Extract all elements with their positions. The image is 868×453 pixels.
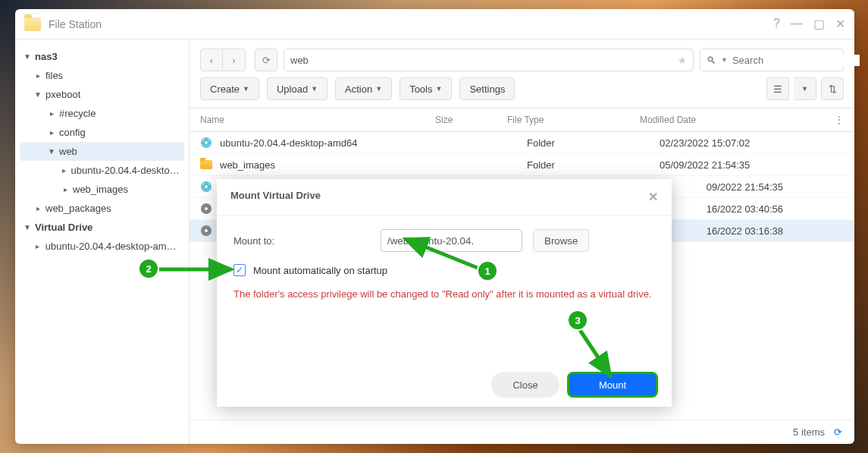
col-size[interactable]: Size [435,115,507,125]
table-row[interactable]: ubuntu-20.04.4-desktop-amd64 Folder 02/2… [190,132,854,154]
help-icon[interactable]: ? [773,17,780,31]
iso-icon [200,225,212,237]
disk-icon [200,181,212,193]
mount-to-label: Mount to: [233,235,370,247]
path-text: web [290,55,309,66]
mount-to-input[interactable] [381,229,522,252]
nav-forward-button[interactable]: › [223,49,246,71]
table-row[interactable]: web_images Folder 05/09/2022 21:54:35 [190,154,854,176]
sidebar-item-vd-ubuntu[interactable]: ▸ubuntu-20.04.4-desktop-amd64 [20,237,184,256]
star-icon[interactable]: ★ [678,55,687,66]
annotation-2: 2 [138,258,159,279]
search-icon: 🔍︎ [707,55,716,66]
refresh-icon[interactable]: ⟳ [834,426,842,438]
sort-button[interactable]: ⇅ [821,77,844,100]
nav-back-button[interactable]: ‹ [200,49,223,71]
close-button[interactable]: Close [491,372,559,398]
disk-icon [200,137,212,149]
settings-button[interactable]: Settings [459,77,515,100]
tree-virtual-drive[interactable]: ▼Virtual Drive [20,218,184,237]
dialog-close-icon[interactable]: ✕ [648,190,658,204]
create-button[interactable]: Create▼ [200,77,259,100]
mount-dialog: Mount Virtual Drive ✕ Mount to: Browse ✓… [217,179,672,407]
mount-button[interactable]: Mount [567,372,658,398]
col-more-icon[interactable]: ⋮ [829,115,844,125]
list-view-button[interactable]: ☰ [766,77,789,100]
search-box[interactable]: 🔍︎▼ [700,49,844,71]
sidebar-item-ubuntu[interactable]: ▸ubuntu-20.04.4-desktop-amd64 [20,161,184,180]
sidebar-item-web-packages[interactable]: ▸web_packages [20,199,184,218]
refresh-button[interactable]: ⟳ [255,49,277,71]
auto-mount-checkbox[interactable]: ✓ [233,264,246,276]
browse-button[interactable]: Browse [533,229,589,252]
annotation-1: 1 [477,260,498,282]
search-input[interactable] [732,55,860,66]
window-controls: ? — ▢ ✕ [773,17,845,31]
col-name[interactable]: Name [200,115,435,125]
auto-mount-label: Mount automatically on startup [253,265,387,276]
item-count: 5 items [793,426,825,438]
annotation-3: 3 [567,310,588,331]
dialog-title: Mount Virtual Drive [230,190,321,204]
chevron-down-icon: ▼ [721,56,728,64]
sidebar-item-web[interactable]: ▼web [20,142,184,161]
close-icon[interactable]: ✕ [835,17,845,31]
iso-icon [200,203,212,215]
folder-icon [200,159,212,171]
tree-root[interactable]: ▼nas3 [20,47,184,66]
sidebar-item-web-images[interactable]: ▸web_images [20,180,184,199]
action-button[interactable]: Action▼ [335,77,392,100]
col-type[interactable]: File Type [507,115,640,125]
path-input[interactable]: web ★ [284,49,694,71]
view-dropdown-button[interactable]: ▼ [794,77,816,100]
warning-text: The folder's access privilege will be ch… [233,287,655,302]
table-header: Name Size File Type Modified Date ⋮ [190,108,854,132]
sidebar-item-config[interactable]: ▸config [20,123,184,142]
sidebar-item-files[interactable]: ▸files [20,66,184,85]
titlebar: File Station ? — ▢ ✕ [15,9,854,39]
minimize-icon[interactable]: — [791,17,803,31]
sidebar: ▼nas3 ▸files ▼pxeboot ▸#recycle ▸config … [15,39,190,444]
app-icon [24,17,41,31]
upload-button[interactable]: Upload▼ [267,77,327,100]
col-date[interactable]: Modified Date [640,115,829,125]
sidebar-item-pxeboot[interactable]: ▼pxeboot [20,85,184,104]
sidebar-item-recycle[interactable]: ▸#recycle [20,104,184,123]
statusbar: 5 items ⟳ [190,420,854,444]
window-title: File Station [49,18,102,30]
maximize-icon[interactable]: ▢ [813,17,825,31]
tools-button[interactable]: Tools▼ [400,77,452,100]
